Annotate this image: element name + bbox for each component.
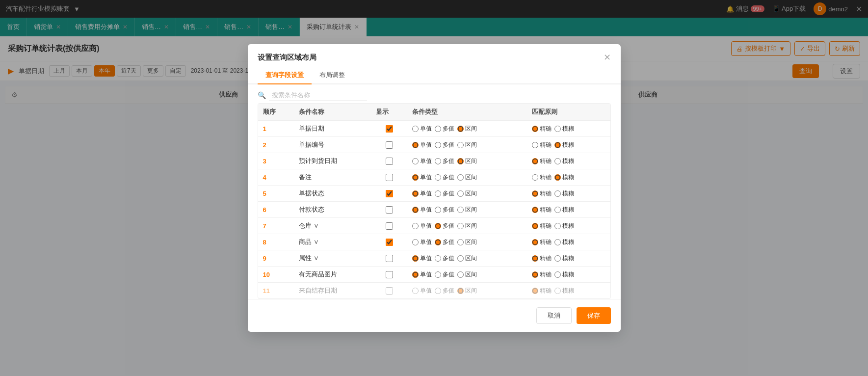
- dialog-tabs: 查询字段设置 布局调整: [248, 63, 621, 84]
- dialog-search-icon: 🔍: [258, 91, 266, 99]
- dialog-tab-layout[interactable]: 布局调整: [312, 68, 353, 84]
- dialog-header: 设置查询区域布局 ✕: [248, 44, 621, 63]
- dialog-close-btn[interactable]: ✕: [604, 52, 611, 63]
- dialog-table-header: 顺序 条件名称 显示 条件类型 匹配原则: [258, 104, 610, 109]
- col-show: 显示: [371, 104, 407, 109]
- dialog-table: 顺序 条件名称 显示 条件类型 匹配原则 1单据日期单值多值区间精确模糊2单据编…: [258, 104, 610, 109]
- col-order: 顺序: [258, 104, 294, 109]
- dialog-tab-layout-label: 布局调整: [319, 71, 345, 79]
- modal-overlay: 设置查询区域布局 ✕ 查询字段设置 布局调整 🔍 顺序 条件名称: [0, 0, 868, 109]
- col-type: 条件类型: [407, 104, 527, 109]
- settings-dialog: 设置查询区域布局 ✕ 查询字段设置 布局调整 🔍 顺序 条件名称: [248, 44, 621, 109]
- dialog-search-input[interactable]: [269, 89, 367, 101]
- dialog-search-area: 🔍: [248, 84, 621, 103]
- dialog-table-wrap: 顺序 条件名称 显示 条件类型 匹配原则 1单据日期单值多值区间精确模糊2单据编…: [258, 103, 611, 109]
- dialog-tab-field-settings[interactable]: 查询字段设置: [258, 68, 312, 84]
- dialog-tab-field-settings-label: 查询字段设置: [265, 71, 304, 79]
- col-name: 条件名称: [294, 104, 371, 109]
- col-match: 匹配原则: [527, 104, 610, 109]
- dialog-title: 设置查询区域布局: [258, 53, 316, 62]
